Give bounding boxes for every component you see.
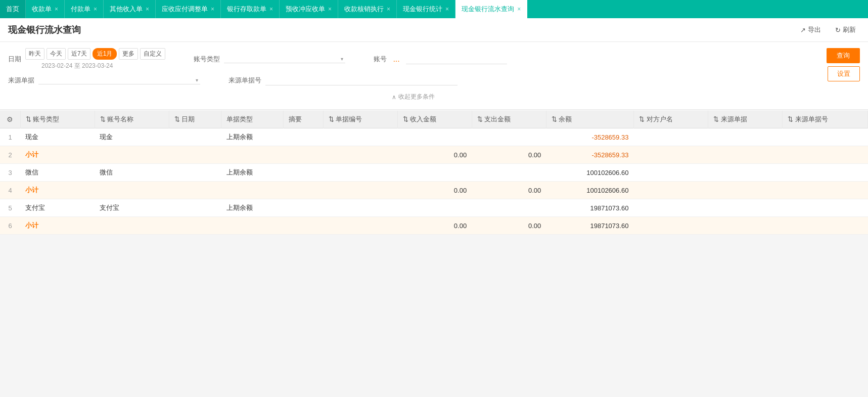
cell-num: 3 [0,164,20,182]
cell-account-name: 现金 [95,128,169,146]
table-wrap: ⚙ ⇅ 账号类型 ⇅ 账号名称 ⇅ 日期 单据类型 摘要 ⇅ 单 [0,111,868,235]
col-income[interactable]: ⇅ 收入金额 [397,111,472,128]
nav-close-icon[interactable]: × [94,6,97,13]
cell-counterpart [633,217,708,235]
cell-summary [283,128,323,146]
cell-date [169,199,221,217]
col-balance[interactable]: ⇅ 余额 [546,111,633,128]
nav-item-prepay[interactable]: 预收冲应收单 × [280,0,338,18]
export-label: 导出 [808,25,821,34]
col-source-doc[interactable]: ⇅ 来源单据 [708,111,782,128]
cell-account-type: 支付宝 [20,199,95,217]
source-doc-select[interactable]: ▾ [38,76,200,84]
collapse-bar[interactable]: ∧ 收起更多条件 [8,91,818,103]
nav-home-label: 首页 [6,5,19,14]
cell-income [397,199,472,217]
settings-button[interactable]: 设置 [828,66,860,81]
refresh-button[interactable]: ↻ 刷新 [831,23,860,36]
nav-close-icon[interactable]: × [387,6,390,13]
nav-close-icon[interactable]: × [328,6,332,13]
cell-date [169,164,221,182]
col-counterpart-label: ⇅ 对方户名 [639,115,673,123]
nav-item-bank-deposit[interactable]: 银行存取款单 × [221,0,280,18]
export-icon: ↗ [800,26,806,34]
cell-source-doc [708,164,782,182]
cell-num: 1 [0,128,20,146]
source-doc-no-input[interactable] [265,75,458,85]
cell-doc-type [221,146,284,164]
date-btn-7days[interactable]: 近7天 [68,48,90,60]
account-type-filter: 账号类型 ▾ [194,55,345,64]
col-summary-label: 摘要 [289,115,302,123]
export-button[interactable]: ↗ 导出 [796,23,825,36]
date-btn-yesterday[interactable]: 昨天 [25,48,44,60]
col-source-doc-no-label: ⇅ 来源单据号 [788,115,828,123]
table-row[interactable]: 6 小计 0.00 0.00 19871073.60 [0,217,868,235]
cell-counterpart [633,146,708,164]
nav-item-adjust[interactable]: 应收应付调整单 × [156,0,221,18]
table-row[interactable]: 4 小计 0.00 0.00 100102606.60 [0,182,868,199]
date-range: 2023-02-24 至 2023-03-24 [41,62,165,70]
nav-item-verify[interactable]: 收款核销执行 × [338,0,397,18]
query-button[interactable]: 查询 [827,48,860,63]
col-account-type[interactable]: ⇅ 账号类型 [20,111,95,128]
nav-item-other-income[interactable]: 其他收入单 × [104,0,156,18]
cell-account-name [95,217,169,235]
col-doc-type-label: 单据类型 [226,115,253,123]
nav-close-icon[interactable]: × [269,6,273,13]
cell-summary [283,217,323,235]
col-counterpart[interactable]: ⇅ 对方户名 [633,111,708,128]
table-row[interactable]: 1 现金 现金 上期余额 -3528659.33 [0,128,868,146]
cell-account-name: 微信 [95,164,169,182]
date-btn-1month[interactable]: 近1月 [93,48,117,60]
cell-doc-type [221,182,284,199]
source-doc-filter: 来源单据 ▾ [8,76,200,85]
header-actions: ↗ 导出 ↻ 刷新 [796,23,860,36]
nav-close-icon[interactable]: × [517,6,521,13]
date-btn-custom[interactable]: 自定义 [140,48,165,60]
account-type-label: 账号类型 [194,55,220,64]
nav-item-stats[interactable]: 现金银行统计 × [397,0,455,18]
cell-account-name [95,146,169,164]
filter-row-1: 日期 昨天 今天 近7天 近1月 更多 自定义 2023-02-24 至 202… [8,48,818,70]
col-expense[interactable]: ⇅ 支出金额 [472,111,546,128]
cell-doc-no [323,199,397,217]
date-group: 昨天 今天 近7天 近1月 更多 自定义 2023-02-24 至 2023-0… [25,48,165,70]
filter-right: 查询 设置 [818,48,860,81]
source-doc-no-label: 来源单据号 [229,76,261,85]
col-source-doc-no[interactable]: ⇅ 来源单据号 [783,111,868,128]
account-input[interactable] [406,54,507,64]
cell-doc-type: 上期余额 [221,128,284,146]
cell-account-type: 小计 [20,182,95,199]
nav-close-icon[interactable]: × [55,6,58,13]
nav-item-shoukuan[interactable]: 收款单 × [26,0,65,18]
table-row[interactable]: 2 小计 0.00 0.00 -3528659.33 [0,146,868,164]
account-dots-button[interactable]: ... [391,55,401,64]
nav-close-icon[interactable]: × [211,6,214,13]
cell-expense: 0.00 [472,146,546,164]
nav-label: 现金银行统计 [403,5,442,14]
nav-close-icon[interactable]: × [445,6,449,13]
nav-close-icon[interactable]: × [146,6,149,13]
nav-item-fukuan[interactable]: 付款单 × [65,0,104,18]
date-btn-today[interactable]: 今天 [47,48,66,60]
cell-doc-type: 上期余额 [221,199,284,217]
col-date[interactable]: ⇅ 日期 [169,111,221,128]
col-summary: 摘要 [283,111,323,128]
date-filter: 日期 昨天 今天 近7天 近1月 更多 自定义 2023-02-24 至 202… [8,48,165,70]
source-doc-no-filter: 来源单据号 [229,75,458,85]
table-row[interactable]: 5 支付宝 支付宝 上期余额 19871073.60 [0,199,868,217]
cell-expense: 0.00 [472,182,546,199]
col-doc-no[interactable]: ⇅ 单据编号 [323,111,397,128]
nav-home[interactable]: 首页 [0,0,26,18]
cell-source-doc [708,128,782,146]
account-type-select[interactable]: ▾ [224,55,345,63]
table-row[interactable]: 3 微信 微信 上期余额 100102606.60 [0,164,868,182]
col-account-type-label: ⇅ 账号类型 [26,115,60,123]
cell-summary [283,164,323,182]
cell-balance: -3528659.33 [546,128,633,146]
cell-source-doc [708,199,782,217]
nav-item-cashflow[interactable]: 现金银行流水查询 × [455,0,527,18]
col-account-name[interactable]: ⇅ 账号名称 [95,111,169,128]
date-btn-more[interactable]: 更多 [119,48,138,60]
